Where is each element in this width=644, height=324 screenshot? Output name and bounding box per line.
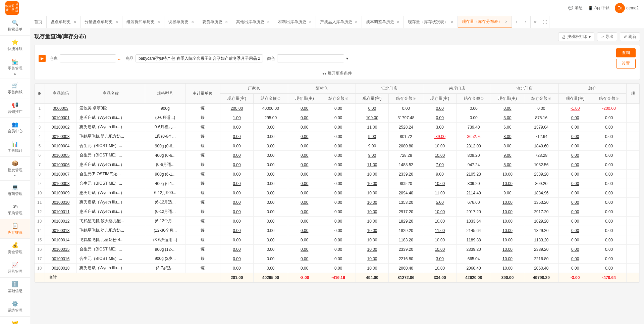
table-cell[interactable]: 0.00 [220, 160, 254, 170]
table-cell[interactable]: 0.00 [220, 151, 254, 160]
table-cell[interactable]: 0.00 [558, 235, 592, 245]
sidebar-item-基础信息[interactable]: ℹ️基础信息 [0, 278, 30, 297]
table-cell[interactable]: 0.00 [558, 170, 592, 179]
table-cell[interactable]: 9.00 [491, 151, 524, 160]
table-cell[interactable]: 9.00 [356, 151, 389, 160]
settings-btn[interactable]: 设置 [616, 59, 636, 68]
product-code[interactable]: 00100016 [45, 254, 76, 264]
table-cell[interactable]: 0.00 [558, 198, 592, 207]
tab-5[interactable]: 要货单历史 ✕ [198, 16, 232, 28]
print-btn[interactable]: 🖨 按模板打印 ▾ [558, 32, 594, 41]
table-cell[interactable]: 0.00 [288, 226, 321, 235]
table-cell[interactable]: 10.00 [491, 235, 524, 245]
tab-expand[interactable]: ⛶ [540, 16, 549, 28]
table-cell[interactable]: 0.00 [288, 123, 321, 132]
table-cell[interactable]: 0.00 [220, 198, 254, 207]
tab-close[interactable]: ✕ [355, 20, 358, 24]
table-cell[interactable]: 0.00 [220, 226, 254, 235]
table-cell[interactable]: 9.00 [491, 188, 524, 198]
table-cell[interactable]: 10.00 [356, 207, 389, 217]
sidebar-item-批发管理[interactable]: 📦批发管理▲ [0, 157, 30, 181]
product-code[interactable]: 00100004 [45, 141, 76, 151]
sidebar-item-零售商城[interactable]: 🛒零售商城 [0, 79, 30, 98]
color-dropdown-icon[interactable]: ▾ [346, 56, 348, 61]
table-cell[interactable]: 8.00 [491, 160, 524, 170]
message-btn[interactable]: 💬 消息 [568, 5, 583, 11]
table-cell[interactable]: 10.00 [423, 217, 457, 226]
table-cell[interactable]: 0.00 [558, 217, 592, 226]
tab-6[interactable]: 其他出库单历史 ✕ [232, 16, 274, 28]
table-cell[interactable]: 10.00 [356, 226, 389, 235]
table-cell[interactable]: 0.00 [288, 235, 321, 245]
table-cell[interactable]: 11.00 [356, 123, 389, 132]
table-cell[interactable]: 0.00 [558, 113, 592, 123]
table-cell[interactable]: 0.00 [356, 104, 389, 113]
table-cell[interactable]: 0.00 [288, 132, 321, 141]
table-cell[interactable]: 10.00 [423, 235, 457, 245]
info-icon[interactable]: ① [413, 97, 416, 100]
table-cell[interactable]: 0.00 [558, 254, 592, 264]
table-cell[interactable]: 0.00 [288, 254, 321, 264]
table-cell[interactable]: 3.00 [491, 113, 524, 123]
table-cell[interactable]: 0.00 [220, 235, 254, 245]
goods-input[interactable] [136, 54, 263, 62]
sidebar-item-资金管理[interactable]: 💰资金管理 [0, 239, 30, 258]
table-cell[interactable]: 10.00 [491, 217, 524, 226]
table-cell[interactable]: 0.00 [558, 207, 592, 217]
table-cell[interactable]: 10.00 [356, 217, 389, 226]
table-cell[interactable]: 200.00 [220, 104, 254, 113]
product-code[interactable]: 00100006 [45, 160, 76, 170]
table-cell[interactable]: 0.00 [220, 141, 254, 151]
table-cell[interactable]: 10.00 [356, 188, 389, 198]
tab-close[interactable]: ✕ [157, 20, 160, 24]
user-menu[interactable]: Ea demo2 [615, 3, 639, 13]
table-cell[interactable]: 0.00 [220, 254, 254, 264]
table-cell[interactable]: 10.00 [423, 264, 457, 273]
table-cell[interactable]: 6.00 [491, 123, 524, 132]
table-cell[interactable]: 0.00 [288, 160, 321, 170]
table-cell[interactable]: 0.00 [558, 132, 592, 141]
info-icon[interactable]: ① [481, 97, 484, 100]
product-code[interactable]: 00100001 [45, 113, 76, 123]
app-download-btn[interactable]: 📱 App下载 [588, 5, 609, 11]
table-cell[interactable]: 0.00 [558, 123, 592, 132]
warehouse-dots[interactable]: ... [118, 56, 121, 61]
table-cell[interactable]: -39.00 [423, 132, 457, 141]
tab-home[interactable]: 首页 [30, 16, 47, 28]
table-cell[interactable]: 0.00 [288, 170, 321, 179]
tab-close[interactable]: ✕ [309, 20, 312, 24]
table-cell[interactable]: 10.00 [423, 141, 457, 151]
product-code[interactable]: 00100015 [45, 245, 76, 254]
product-code[interactable]: 00100010 [45, 198, 76, 207]
sidebar-item-营销推广[interactable]: 📢营销推广 [0, 98, 30, 118]
product-code[interactable]: 00100008 [45, 179, 76, 188]
table-cell[interactable]: 11.00 [423, 188, 457, 198]
product-code[interactable]: 0000003 [45, 104, 76, 113]
table-cell[interactable]: 0.00 [220, 207, 254, 217]
info-icon[interactable]: ① [345, 97, 348, 100]
tab-close[interactable]: ✕ [397, 20, 399, 24]
tab-7[interactable]: 材料出库单历史 ✕ [274, 16, 316, 28]
table-cell[interactable]: 10.00 [356, 254, 389, 264]
settings-col-header[interactable]: ⚙ [35, 84, 45, 104]
table-cell[interactable]: 10.00 [423, 179, 457, 188]
table-cell[interactable]: 10.00 [491, 245, 524, 254]
table-cell[interactable]: 11.00 [356, 160, 389, 170]
tab-close[interactable]: ✕ [73, 20, 76, 24]
table-cell[interactable]: 5.00 [423, 198, 457, 207]
tab-close-all[interactable]: ✕ [531, 16, 540, 28]
table-cell[interactable]: 0.00 [288, 264, 321, 273]
color-input[interactable] [277, 54, 344, 62]
table-cell[interactable]: 0.00 [288, 207, 321, 217]
table-cell[interactable]: 10.00 [356, 179, 389, 188]
tab-close[interactable]: ✕ [505, 20, 507, 24]
table-cell[interactable]: 7.00 [423, 160, 457, 170]
sidebar-item-零售管理[interactable]: 🏪零售管理▲ [0, 55, 30, 79]
info-icon[interactable]: ① [616, 97, 619, 100]
product-code[interactable]: 00100011 [45, 207, 76, 217]
tab-3[interactable]: 组装拆卸单历史 ✕ [122, 16, 164, 28]
table-cell[interactable]: -1.00 [558, 104, 592, 113]
product-code[interactable]: 00100002 [45, 123, 76, 132]
table-cell[interactable]: 3.00 [423, 254, 457, 264]
warehouse-input[interactable] [60, 54, 116, 62]
